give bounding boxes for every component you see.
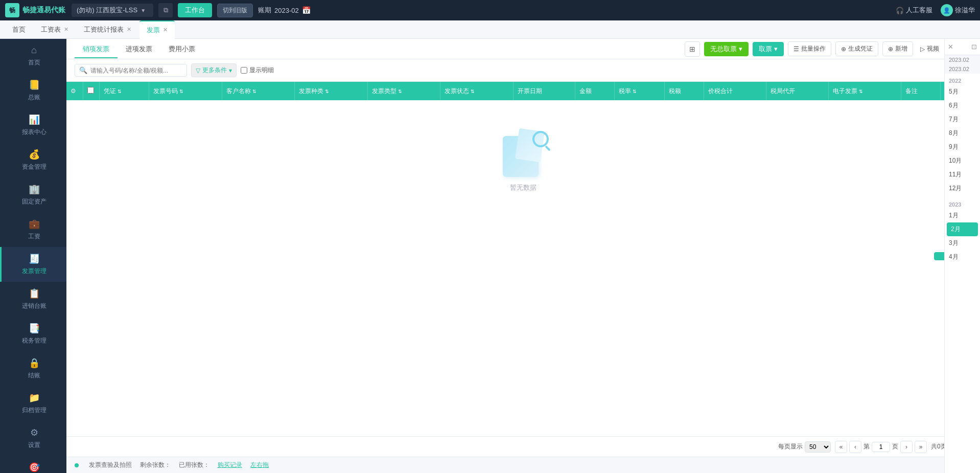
sidebar-item-closing[interactable]: 🔒 结账: [0, 351, 66, 386]
date-month-2023-2[interactable]: 2月: [947, 222, 978, 236]
last-page-button[interactable]: »: [915, 441, 927, 453]
page-nav: « ‹ 第 页 › »: [835, 441, 927, 453]
sidebar-purchase-sales-label: 进销台账: [22, 302, 46, 310]
sidebar-tax-label: 税务管理: [22, 336, 46, 345]
date-month-11[interactable]: 11月: [945, 168, 980, 182]
sidebar-item-salary[interactable]: 💼 工资: [0, 212, 66, 247]
period-value: 2023-02: [274, 7, 299, 14]
user-area[interactable]: 👤 徐溢华: [941, 4, 975, 16]
sidebar-item-invoice[interactable]: 🧾 发票管理: [0, 247, 66, 282]
date-month-2023-4[interactable]: 4月: [945, 250, 980, 264]
date-month-9[interactable]: 9月: [945, 140, 980, 154]
closing-icon: 🔒: [29, 357, 40, 369]
first-page-button[interactable]: «: [835, 441, 847, 453]
th-remark: 备注: [901, 82, 941, 100]
sub-tab-sales-invoice[interactable]: 销项发票: [75, 40, 118, 58]
gen-voucher-button[interactable]: ⊕ 生成凭证: [835, 41, 878, 56]
grid-config-button[interactable]: ⊞: [685, 41, 700, 57]
sidebar-item-purchase-sales[interactable]: 📋 进销台账: [0, 282, 66, 317]
filter-button[interactable]: ▽ 更多条件 ▾: [191, 63, 237, 77]
show-detail-checkbox[interactable]: [241, 67, 247, 74]
sidebar-finance-label: 资金管理: [22, 163, 46, 171]
th-customer: 客户名称⇅: [222, 82, 295, 100]
invoice-table: ⚙ 凭证⇅ 发票号码⇅ 客户名称⇅ 发票种类⇅ 发票类型⇅ 发票状态⇅ 开票日期…: [66, 82, 980, 100]
sidebar-ledger-label: 总账: [28, 93, 40, 102]
th-invoice-cat: 发票类型⇅: [367, 82, 440, 100]
headset-icon: 🎧: [896, 7, 904, 14]
sub-tab-purchase-invoice[interactable]: 进项发票: [118, 40, 160, 58]
top-header: 畅 畅捷通易代账 (勿动) 江西股宝-LSS ▼ ⧉ 工作台 切到旧版 账期 2…: [0, 0, 980, 20]
sidebar-item-archive[interactable]: 📁 归档管理: [0, 386, 66, 421]
human-service-button[interactable]: 🎧 人工客服: [896, 6, 932, 15]
date-month-12[interactable]: 12月: [945, 182, 980, 195]
sidebar: ⌂ 首页 📒 总账 📊 报表中心 💰 资金管理 🏢 固定资产 💼 工资 🧾 发票…: [0, 39, 66, 473]
tab-salary-report[interactable]: 工资统计报表 ✕: [77, 20, 138, 39]
date-month-6[interactable]: 6月: [945, 99, 980, 112]
sidebar-item-general-ledger[interactable]: 📒 总账: [0, 73, 66, 108]
switch-old-button[interactable]: 切到旧版: [217, 4, 253, 17]
fixed-assets-icon: 🏢: [29, 184, 40, 195]
buy-records-link[interactable]: 购买记录: [218, 461, 242, 469]
empty-text: 暂无数据: [510, 183, 536, 192]
sub-tab-expense-receipt[interactable]: 费用小票: [160, 40, 203, 58]
toolbar-left: 🔍 ▽ 更多条件 ▾ 显示明细: [75, 63, 972, 77]
select-all-checkbox[interactable]: [87, 87, 94, 94]
tab-invoice[interactable]: 发票 ✕: [139, 20, 175, 39]
no-tax-dropdown-icon: ▾: [739, 45, 742, 53]
tab-salary-report-close[interactable]: ✕: [127, 26, 131, 33]
human-service-label: 人工客服: [906, 6, 932, 15]
sidebar-salary-label: 工资: [28, 232, 40, 241]
tax-button[interactable]: 取票 ▾: [753, 42, 784, 56]
batch-ops-button[interactable]: ☰ 批量操作: [788, 41, 831, 56]
sidebar-item-tax[interactable]: 📑 税务管理: [0, 317, 66, 351]
no-tax-button[interactable]: 无总取票 ▾: [704, 42, 749, 56]
date-month-5[interactable]: 5月: [945, 85, 980, 99]
th-e-invoice: 电子发票⇅: [828, 82, 901, 100]
th-checkbox: [83, 82, 99, 100]
search-input-wrap[interactable]: 🔍: [75, 64, 187, 77]
open-period-side-btn[interactable]: 开账日期: [934, 252, 944, 260]
calendar-icon[interactable]: 📅: [302, 6, 311, 14]
sub-tab-purchase-label: 进项发票: [126, 45, 152, 53]
sidebar-item-finance[interactable]: 💰 资金管理: [0, 143, 66, 177]
app-name: 畅捷通易代账: [22, 6, 65, 15]
date-month-7[interactable]: 7月: [945, 112, 980, 126]
sidebar-item-guide[interactable]: 🎯 新手引导: [0, 456, 66, 473]
purchase-sales-icon: 📋: [29, 288, 40, 299]
date-month-8[interactable]: 8月: [945, 126, 980, 140]
th-tax: 税额: [664, 82, 704, 100]
date-section-2022: 2022 5月 6月 7月 8月 9月 10月 11月 12月: [945, 74, 980, 197]
date-panel-expand-icon[interactable]: ⊡: [971, 43, 977, 51]
status-bar: 发票查验及拍照 剩余张数： 已用张数： 购买记录 左右拖: [66, 457, 980, 473]
tab-home-label: 首页: [12, 25, 26, 34]
date-month-2023-3[interactable]: 3月: [945, 236, 980, 250]
page-size-dropdown[interactable]: 50 10 20 100: [805, 441, 831, 453]
tab-salary-close[interactable]: ✕: [64, 26, 68, 33]
pagination-bar: 每页显示 50 10 20 100 « ‹ 第 页 › » 共0页, 0条记录: [66, 436, 980, 457]
batch-ops-icon: ☰: [794, 46, 799, 53]
sidebar-item-reports[interactable]: 📊 报表中心: [0, 108, 66, 143]
tab-home[interactable]: 首页: [5, 20, 33, 39]
date-panel-close-icon[interactable]: ✕: [948, 43, 953, 51]
tab-invoice-close[interactable]: ✕: [163, 27, 168, 33]
copy-icon-btn[interactable]: ⧉: [158, 3, 173, 17]
drag-hint-link[interactable]: 左右拖: [250, 461, 269, 469]
sidebar-item-fixed-assets[interactable]: 🏢 固定资产: [0, 177, 66, 212]
tab-salary[interactable]: 工资表 ✕: [34, 20, 76, 39]
date-month-2023-1[interactable]: 1月: [945, 209, 980, 222]
date-month-10[interactable]: 10月: [945, 154, 980, 168]
next-page-button[interactable]: ›: [900, 441, 913, 453]
search-input[interactable]: [90, 67, 182, 74]
company-selector[interactable]: (勿动) 江西股宝-LSS ▼: [72, 4, 153, 17]
current-page-input[interactable]: [872, 442, 890, 452]
show-detail-checkbox-label[interactable]: 显示明细: [241, 66, 274, 75]
date-panel-header: ✕ ⊡: [945, 39, 980, 55]
sidebar-item-home[interactable]: ⌂ 首页: [0, 39, 66, 73]
th-invoice-type: 发票种类⇅: [295, 82, 368, 100]
video-button[interactable]: ▷ 视频: [917, 42, 942, 56]
sidebar-item-settings[interactable]: ⚙ 设置: [0, 421, 66, 456]
prev-page-button[interactable]: ‹: [849, 441, 861, 453]
home-icon: ⌂: [31, 45, 37, 56]
workbench-button[interactable]: 工作台: [178, 3, 212, 17]
new-button[interactable]: ⊕ 新增: [882, 41, 913, 56]
